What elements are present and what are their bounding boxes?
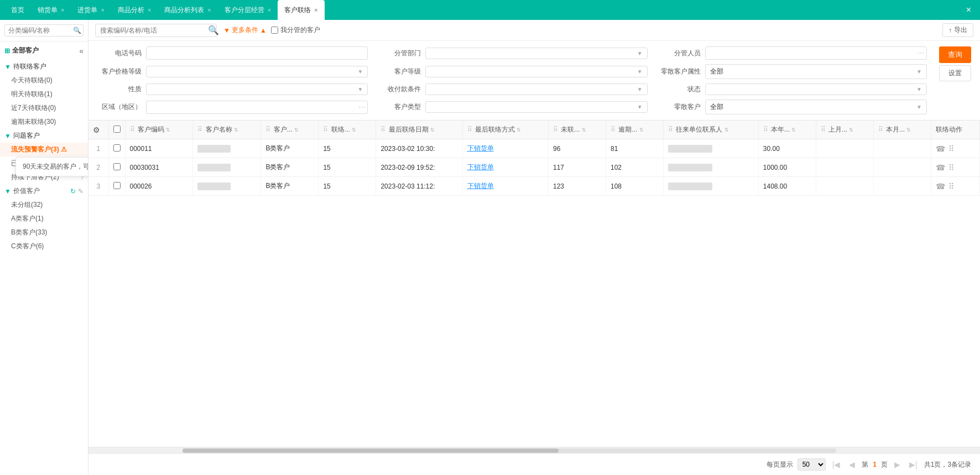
col-contact-person-header[interactable]: ⠿ 往来单位联系人 ⇅: [663, 121, 758, 139]
arrow-down-icon: ▼: [4, 63, 11, 71]
row-last-method-2[interactable]: 下销货单: [462, 177, 549, 196]
sidebar-item-overdue[interactable]: 逾期未联络(30): [0, 115, 88, 129]
col-last-month-header[interactable]: ⠿ 上月... ⇅: [816, 121, 873, 139]
col-type-header[interactable]: ⠿ 客户... ⇅: [261, 121, 319, 139]
more-action-icon-1[interactable]: ⠿: [948, 163, 954, 172]
more-action-icon-2[interactable]: ⠿: [948, 182, 954, 191]
region-input[interactable]: [146, 101, 368, 114]
zero-customer-select[interactable]: 全部 ▼: [705, 100, 927, 114]
row-actions-0: ☎ ⠿: [931, 139, 979, 158]
sidebar-item-churn-warning[interactable]: 流失预警客户(3) ⚠: [0, 143, 88, 156]
customer-level-select[interactable]: ▼: [425, 66, 647, 77]
first-page-btn[interactable]: |◀: [830, 460, 843, 469]
contact-action-icon-1[interactable]: ☎: [936, 163, 945, 172]
tab-product-analysis-list[interactable]: 商品分析列表 ×: [158, 0, 217, 20]
row-checkbox-0[interactable]: [108, 139, 125, 158]
contact-action-icon-0[interactable]: ☎: [936, 144, 945, 153]
filter-search-input[interactable]: [95, 24, 217, 37]
region-dots-icon[interactable]: ···: [358, 102, 366, 112]
filter-search-button[interactable]: 🔍: [208, 25, 219, 35]
query-button[interactable]: 查询: [939, 46, 971, 63]
sidebar-item-7days[interactable]: 近7天待联络(0): [0, 101, 88, 115]
close-all-btn[interactable]: ×: [962, 5, 976, 15]
sort-this-month-icon: ⇅: [906, 127, 911, 133]
filter-row-1: 电话号码 分管部门 ▼ 分管人员 ···: [97, 46, 971, 60]
col-this-year-header[interactable]: ⠿ 本年... ⇅: [758, 121, 816, 139]
per-page-select[interactable]: 50 100 200: [797, 458, 826, 471]
person-dots-icon[interactable]: ···: [918, 48, 925, 58]
settings-button[interactable]: 设置: [939, 65, 971, 81]
zero-customer-arrow-icon: ▼: [916, 104, 922, 110]
sort-last-method-icon: ⇅: [517, 127, 521, 133]
more-conditions-btn[interactable]: ▼ 更多条件 ▲: [223, 25, 267, 35]
col-settings-header[interactable]: ⚙: [88, 121, 108, 139]
sidebar-item-a-class[interactable]: A类客户(1): [0, 212, 88, 226]
row-last-method-0[interactable]: 下销货单: [462, 139, 549, 158]
sidebar-collapse-btn[interactable]: «: [79, 46, 84, 55]
contact-action-icon-2[interactable]: ☎: [936, 182, 945, 191]
sidebar-item-today[interactable]: 今天待联络(0): [0, 74, 88, 87]
sidebar-item-tomorrow[interactable]: 明天待联络(1): [0, 87, 88, 101]
tab-sales-order[interactable]: 销货单 ×: [31, 0, 71, 20]
person-input[interactable]: [705, 46, 927, 60]
sidebar-search-icon[interactable]: 🔍: [73, 27, 81, 34]
sidebar-group-pending[interactable]: ▼ 待联络客户: [0, 60, 88, 74]
row-num-1: 2: [88, 158, 108, 177]
tab-purchase-order[interactable]: 进货单 ×: [71, 0, 111, 20]
col-overdue-header[interactable]: ⠿ 逾期... ⇅: [606, 121, 664, 139]
row-code-2: 000026: [125, 177, 193, 196]
close-sales-order[interactable]: ×: [61, 7, 64, 13]
close-product-analysis[interactable]: ×: [148, 7, 151, 13]
row-checkbox-2[interactable]: [108, 177, 125, 196]
edit-icon[interactable]: ✎: [78, 187, 84, 195]
col-this-month-header[interactable]: ⠿ 本月... ⇅: [873, 121, 931, 139]
payment-select[interactable]: ▼: [425, 83, 647, 95]
col-unlisted-header[interactable]: ⠿ 未联... ⇅: [549, 121, 606, 139]
scroll-thumb[interactable]: [183, 448, 559, 453]
zero-attr-select[interactable]: 全部 ▼: [705, 64, 927, 79]
col-name-header[interactable]: ⠿ 客户名称 ⇅: [193, 121, 261, 139]
tab-customer-segment[interactable]: 客户分层经营 ×: [218, 0, 278, 20]
tab-customer-contact[interactable]: 客户联络 ×: [278, 0, 324, 20]
phone-input[interactable]: [146, 46, 368, 60]
customer-level-label: 客户等级: [377, 67, 421, 76]
horizontal-scrollbar[interactable]: [88, 447, 980, 453]
sort-contact-person-icon: ⇅: [724, 127, 729, 133]
close-product-analysis-list[interactable]: ×: [207, 7, 211, 13]
prev-page-btn[interactable]: ◀: [847, 460, 857, 469]
export-button[interactable]: ↑ 导出: [942, 23, 973, 37]
sidebar-group-problem[interactable]: ▼ 问题客户: [0, 129, 88, 143]
select-all-checkbox[interactable]: [113, 126, 121, 133]
close-purchase-order[interactable]: ×: [101, 7, 104, 13]
col-last-method-header[interactable]: ⠿ 最后联络方式 ⇅: [462, 121, 549, 139]
col-code-header[interactable]: ⠿ 客户编码 ⇅: [125, 121, 193, 139]
gender-select[interactable]: ▼: [146, 83, 368, 95]
row-last-method-1[interactable]: 下销货单: [462, 158, 549, 177]
status-select[interactable]: ▼: [705, 83, 927, 95]
tab-product-analysis[interactable]: 商品分析 ×: [111, 0, 158, 20]
filter-bar: 🔍 ▼ 更多条件 ▲ 我分管的客户 ↑ 导出: [88, 20, 980, 41]
col-last-date-header[interactable]: ⠿ 最后联络日期 ⇅: [376, 121, 462, 139]
sidebar-item-c-class[interactable]: C类客户(6): [0, 239, 88, 253]
sidebar-group-value[interactable]: ▼ 价值客户 ↻ ✎: [0, 184, 88, 198]
customer-type-select[interactable]: ▼: [425, 101, 647, 113]
sidebar-search-input[interactable]: [4, 24, 84, 36]
price-level-select[interactable]: ▼: [146, 66, 368, 77]
last-page-btn[interactable]: ▶|: [907, 460, 920, 469]
more-action-icon-0[interactable]: ⠿: [948, 144, 954, 153]
col-contact-count-header[interactable]: ⠿ 联络... ⇅: [319, 121, 376, 139]
tab-home[interactable]: 首页: [4, 0, 31, 20]
my-customers-checkbox[interactable]: [271, 27, 278, 34]
next-page-btn[interactable]: ▶: [892, 460, 903, 469]
dept-select[interactable]: ▼: [425, 48, 647, 59]
sidebar-item-ungrouped[interactable]: 未分组(32): [0, 198, 88, 212]
refresh-icon[interactable]: ↻: [70, 187, 76, 195]
close-customer-contact[interactable]: ×: [314, 7, 317, 13]
column-settings-icon[interactable]: ⚙: [93, 126, 100, 134]
col-checkbox-header[interactable]: [108, 121, 125, 139]
my-customers-checkbox-label[interactable]: 我分管的客户: [271, 25, 320, 35]
row-checkbox-1[interactable]: [108, 158, 125, 177]
sort-contact-count-icon: ⇅: [352, 127, 356, 133]
sidebar-item-b-class[interactable]: B类客户(33): [0, 226, 88, 239]
close-customer-segment[interactable]: ×: [268, 7, 271, 13]
